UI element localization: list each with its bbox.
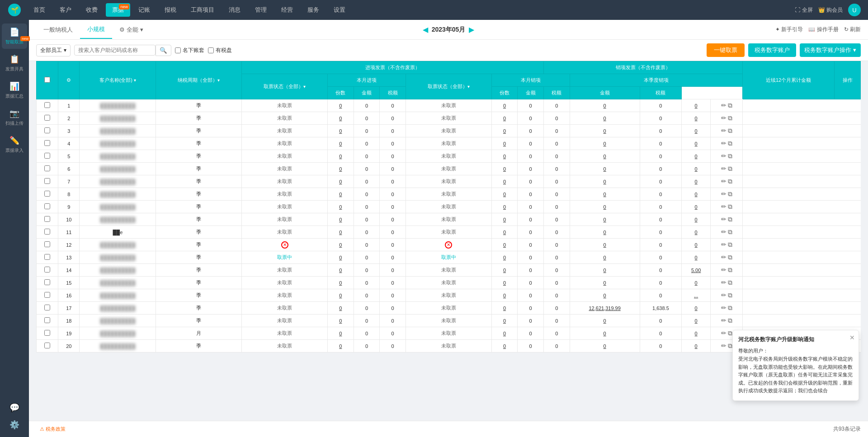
edit-btn[interactable]: ✏ xyxy=(721,165,726,172)
row-checkbox[interactable] xyxy=(44,165,50,171)
sidebar-item-chat[interactable]: 💬 xyxy=(2,399,27,416)
copy-btn[interactable]: ⧉ xyxy=(728,241,732,249)
edit-btn[interactable]: ✏ xyxy=(721,279,726,286)
in-count-link[interactable]: 0 xyxy=(339,318,342,324)
out-count-link[interactable]: 0 xyxy=(503,103,506,108)
edit-btn[interactable]: ✏ xyxy=(721,241,726,248)
out-count-link[interactable]: 0 xyxy=(503,154,506,159)
notification-close-btn[interactable]: ✕ xyxy=(849,334,855,341)
row-checkbox[interactable] xyxy=(44,254,50,260)
checkbox-account[interactable] xyxy=(175,47,181,53)
out-count-link[interactable]: 0 xyxy=(503,141,506,146)
in-count-link[interactable]: 0 xyxy=(339,128,342,134)
date-next-btn[interactable]: ▶ xyxy=(469,25,474,34)
copy-btn[interactable]: ⧉ xyxy=(728,102,732,109)
q-amount-link[interactable]: 0 xyxy=(604,343,606,349)
nav-accounting[interactable]: 记账 xyxy=(132,3,156,17)
edit-btn[interactable]: ✏ xyxy=(721,203,726,210)
row-checkbox[interactable] xyxy=(44,330,50,336)
row-checkbox[interactable] xyxy=(44,127,50,133)
checkbox-taxpad-label[interactable]: 有税盘 xyxy=(208,47,232,54)
q-amount-link[interactable]: 0 xyxy=(604,141,606,146)
cycle-filter-icon[interactable]: ▾ xyxy=(217,78,220,83)
row-checkbox[interactable] xyxy=(44,216,50,222)
in-count-link[interactable]: 0 xyxy=(339,343,342,349)
edit-btn[interactable]: ✏ xyxy=(721,266,726,273)
out-count-link[interactable]: 0 xyxy=(503,280,506,286)
edit-btn[interactable]: ✏ xyxy=(721,102,726,109)
q-amount-link[interactable]: 0 xyxy=(604,204,606,210)
year-amount-link[interactable]: 0 xyxy=(695,318,698,324)
in-count-link[interactable]: 0 xyxy=(339,166,342,172)
in-count-link[interactable]: 0 xyxy=(339,280,342,286)
edit-btn[interactable]: ✏ xyxy=(721,152,726,160)
year-amount-link[interactable]: 0 xyxy=(695,242,698,248)
in-status-filter[interactable]: ▾ xyxy=(303,84,306,89)
row-checkbox[interactable] xyxy=(44,241,50,247)
out-count-link[interactable]: 0 xyxy=(503,204,506,210)
copy-btn[interactable]: ⧉ xyxy=(728,291,732,299)
row-checkbox[interactable] xyxy=(44,191,50,197)
out-count-link[interactable]: 0 xyxy=(503,293,506,298)
year-amount-link[interactable]: 0 xyxy=(695,255,698,260)
q-amount-link[interactable]: 0 xyxy=(604,268,606,273)
edit-btn[interactable]: ✏ xyxy=(721,190,726,197)
year-amount-link[interactable]: ... xyxy=(694,293,698,298)
copy-btn[interactable]: ⧉ xyxy=(728,266,732,274)
q-amount-link[interactable]: 0 xyxy=(604,293,606,298)
nav-customer[interactable]: 客户 xyxy=(53,3,78,17)
in-count-link[interactable]: 0 xyxy=(339,293,342,298)
search-input[interactable] xyxy=(74,45,156,56)
sidebar-item-scan[interactable]: 📷 扫描上传 xyxy=(2,105,27,130)
out-count-link[interactable]: 0 xyxy=(503,179,506,184)
in-count-link[interactable]: 0 xyxy=(339,255,342,260)
out-count-link[interactable]: 0 xyxy=(503,343,506,349)
copy-btn[interactable]: ⧉ xyxy=(728,127,732,135)
edit-btn[interactable]: ✏ xyxy=(721,254,726,261)
year-amount-link[interactable]: 0 xyxy=(695,230,698,235)
out-count-link[interactable]: 0 xyxy=(503,192,506,197)
one-click-fetch-btn[interactable]: 一键取票 xyxy=(707,43,745,57)
employee-select[interactable]: 全部员工 ▾ xyxy=(36,44,71,56)
copy-btn[interactable]: ⧉ xyxy=(728,254,732,261)
year-amount-link[interactable]: 0 xyxy=(695,217,698,222)
q-amount-link[interactable]: 0 xyxy=(604,154,606,159)
out-count-link[interactable]: 0 xyxy=(503,305,506,311)
in-count-link[interactable]: 0 xyxy=(339,154,342,159)
year-amount-link[interactable]: 0 xyxy=(695,331,698,336)
sidebar-item-summary[interactable]: 📊 票据汇总 xyxy=(2,78,27,103)
copy-btn[interactable]: ⧉ xyxy=(728,178,732,185)
year-amount-link[interactable]: 0 xyxy=(695,141,698,146)
copy-btn[interactable]: ⧉ xyxy=(728,140,732,147)
copy-btn[interactable]: ⧉ xyxy=(728,190,732,198)
edit-btn[interactable]: ✏ xyxy=(721,127,726,134)
nav-fee[interactable]: 收费 xyxy=(80,3,104,17)
in-count-link[interactable]: 0 xyxy=(339,305,342,311)
year-amount-link[interactable]: 0 xyxy=(695,166,698,172)
year-amount-link[interactable]: 5.00 xyxy=(691,268,701,273)
in-count-link[interactable]: 0 xyxy=(339,331,342,336)
nav-biz[interactable]: 工商项目 xyxy=(184,3,221,17)
edit-btn[interactable]: ✏ xyxy=(721,114,726,122)
out-count-link[interactable]: 0 xyxy=(503,318,506,324)
year-amount-link[interactable]: 0 xyxy=(695,204,698,210)
year-amount-link[interactable]: 0 xyxy=(695,192,698,197)
manual-btn[interactable]: 📖 操作手册 xyxy=(808,26,838,33)
copy-btn[interactable]: ⧉ xyxy=(728,203,732,211)
row-checkbox[interactable] xyxy=(44,102,50,108)
edit-btn[interactable]: ✏ xyxy=(721,178,726,185)
in-count-link[interactable]: 0 xyxy=(339,179,342,184)
row-checkbox[interactable] xyxy=(44,229,50,235)
q-amount-link[interactable]: 0 xyxy=(604,255,606,260)
sidebar-item-gear[interactable]: ⚙️ xyxy=(2,416,27,433)
q-amount-link[interactable]: 0 xyxy=(604,103,606,108)
nav-tax[interactable]: 报税 xyxy=(158,3,183,17)
row-checkbox[interactable] xyxy=(44,153,50,159)
edit-btn[interactable]: ✏ xyxy=(721,228,726,235)
date-prev-btn[interactable]: ◀ xyxy=(423,25,428,34)
sidebar-item-open-invoice[interactable]: 📋 发票开具 xyxy=(2,51,27,76)
row-checkbox[interactable] xyxy=(44,317,50,323)
copy-btn[interactable]: ⧉ xyxy=(728,342,732,350)
year-amount-link[interactable]: 0 xyxy=(695,343,698,349)
search-button[interactable]: 🔍 xyxy=(156,45,171,56)
